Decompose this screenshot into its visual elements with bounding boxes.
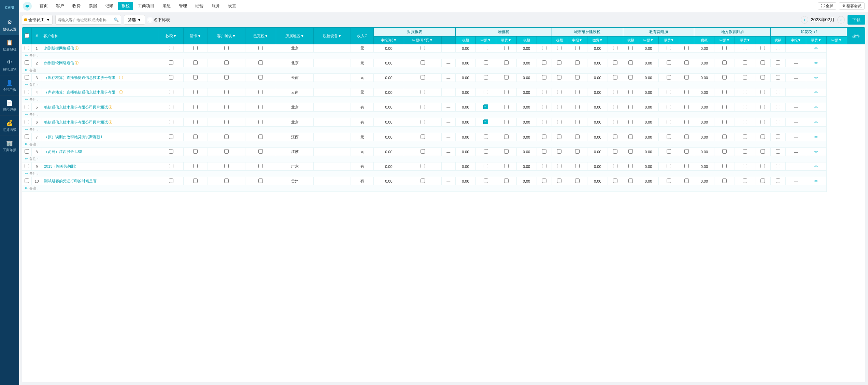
sidebar-item-baoshuishezhi[interactable]: ⚙ 报税设置: [0, 15, 19, 35]
city-extra-checkbox[interactable]: [613, 46, 617, 50]
city-apply-checkbox[interactable]: [575, 90, 580, 94]
vat-pay-checkbox[interactable]: [504, 75, 509, 80]
fin-year-checkbox[interactable]: [421, 149, 425, 154]
stamp-taxamt-checkbox[interactable]: [776, 46, 780, 50]
city-apply-checkbox[interactable]: [575, 134, 580, 139]
edu-extra-checkbox[interactable]: [684, 164, 689, 168]
local-extra-checkbox[interactable]: [760, 149, 765, 154]
chaoshui-checkbox[interactable]: [169, 46, 173, 50]
city-extra-checkbox[interactable]: [613, 105, 617, 109]
vat-extra-checkbox[interactable]: [542, 149, 546, 154]
row-checkbox[interactable]: [25, 60, 29, 65]
stamp-taxamt-checkbox[interactable]: [776, 120, 780, 124]
stamp-taxamt-checkbox[interactable]: [776, 134, 780, 139]
chaoshui-checkbox[interactable]: [169, 105, 173, 109]
stamp-taxamt-checkbox[interactable]: [776, 105, 780, 109]
local-pay-checkbox[interactable]: [743, 179, 747, 183]
membership-button[interactable]: ♛ 稻客会员: [839, 2, 865, 10]
nav-operation[interactable]: 经营: [192, 2, 207, 10]
edit-icon[interactable]: ✏: [814, 75, 818, 80]
employee-filter[interactable]: 全部员工 ▼: [22, 15, 53, 25]
local-extra-checkbox[interactable]: [760, 120, 765, 124]
fin-year-checkbox[interactable]: [421, 134, 425, 139]
local-apply-checkbox[interactable]: [722, 60, 727, 65]
fin-year-checkbox[interactable]: [421, 105, 425, 109]
paid-checkbox[interactable]: [258, 134, 263, 139]
edu-extra-checkbox[interactable]: [684, 149, 689, 154]
vat-extra-checkbox[interactable]: [542, 120, 546, 124]
local-pay-checkbox[interactable]: [743, 164, 747, 168]
local-apply-checkbox[interactable]: [722, 164, 727, 168]
paid-checkbox[interactable]: [258, 90, 263, 94]
chaoshui-checkbox[interactable]: [169, 149, 173, 154]
row-checkbox[interactable]: [25, 105, 29, 109]
row-checkbox[interactable]: [25, 134, 29, 139]
local-apply-checkbox[interactable]: [722, 149, 727, 154]
vat-checkbox[interactable]: [484, 90, 488, 94]
edu-apply-checkbox[interactable]: [628, 149, 633, 154]
checked-checkbox[interactable]: [483, 119, 488, 124]
qingka-checkbox[interactable]: [193, 134, 198, 139]
vat-pay-checkbox[interactable]: [504, 90, 509, 94]
vat-extra-checkbox[interactable]: [542, 90, 546, 94]
confirm-checkbox[interactable]: [224, 46, 229, 50]
customer-name[interactable]: 勿删新锐网络通信ⓘ: [42, 44, 159, 53]
vat-extra-checkbox[interactable]: [542, 60, 546, 65]
edit-icon[interactable]: ✏: [814, 134, 818, 140]
city-extra-checkbox[interactable]: [613, 179, 617, 183]
edu-apply-checkbox[interactable]: [628, 46, 633, 50]
edu-extra-checkbox[interactable]: [684, 179, 689, 183]
edu-taxamt-checkbox[interactable]: [667, 105, 671, 109]
edu-taxamt-checkbox[interactable]: [667, 120, 671, 124]
city-taxamt-checkbox[interactable]: [557, 179, 561, 183]
checked-checkbox[interactable]: [483, 104, 488, 109]
local-extra-checkbox[interactable]: [760, 179, 765, 183]
row-checkbox[interactable]: [25, 149, 29, 154]
city-extra-checkbox[interactable]: [613, 134, 617, 139]
nav-bookkeeping[interactable]: 记账: [102, 2, 117, 10]
edit-icon[interactable]: ✏: [814, 60, 818, 66]
fin-year-checkbox[interactable]: [421, 90, 425, 94]
confirm-checkbox[interactable]: [224, 164, 229, 168]
edu-taxamt-checkbox[interactable]: [667, 179, 671, 183]
city-taxamt-checkbox[interactable]: [557, 75, 561, 80]
confirm-checkbox[interactable]: [224, 179, 229, 183]
row-checkbox[interactable]: [25, 164, 29, 168]
local-apply-checkbox[interactable]: [722, 134, 727, 139]
edu-taxamt-checkbox[interactable]: [667, 90, 671, 94]
edu-apply-checkbox[interactable]: [628, 75, 633, 80]
edu-apply-checkbox[interactable]: [628, 60, 633, 65]
edu-extra-checkbox[interactable]: [684, 120, 689, 124]
vat-extra-checkbox[interactable]: [542, 134, 546, 139]
qingka-checkbox[interactable]: [193, 179, 198, 183]
nav-manage[interactable]: 管理: [175, 2, 190, 10]
nav-message[interactable]: 消息: [159, 2, 174, 10]
city-apply-checkbox[interactable]: [575, 75, 580, 80]
row-checkbox[interactable]: [25, 179, 29, 183]
city-taxamt-checkbox[interactable]: [557, 105, 561, 109]
customer-name[interactable]: 测试斯赛的凭证打印的时候是否: [42, 177, 159, 185]
fin-year-checkbox[interactable]: [421, 60, 425, 65]
confirm-checkbox[interactable]: [224, 105, 229, 109]
chaoshui-checkbox[interactable]: [169, 120, 173, 124]
fin-year-checkbox[interactable]: [421, 179, 425, 183]
qingka-checkbox[interactable]: [193, 164, 198, 168]
edu-taxamt-checkbox[interactable]: [667, 134, 671, 139]
sidebar-item-piliangshuibao[interactable]: 📋 批量报税: [0, 35, 19, 55]
paid-checkbox[interactable]: [258, 75, 263, 80]
paid-checkbox[interactable]: [258, 164, 263, 168]
customer-name[interactable]: 勿删新锐网络通信ⓘ: [42, 59, 159, 67]
customer-name[interactable]: （勿删）江西股金-LSS: [42, 148, 159, 156]
local-pay-checkbox[interactable]: [743, 90, 747, 94]
customer-name[interactable]: 畅捷通信息技术股份有限公司民珠测试ⓘ: [42, 103, 159, 112]
fin-year-checkbox[interactable]: [421, 75, 425, 80]
local-pay-checkbox[interactable]: [743, 75, 747, 80]
edu-extra-checkbox[interactable]: [684, 75, 689, 80]
city-apply-checkbox[interactable]: [575, 164, 580, 168]
local-pay-checkbox[interactable]: [743, 120, 747, 124]
city-extra-checkbox[interactable]: [613, 149, 617, 154]
edit-icon[interactable]: ✏: [814, 179, 818, 184]
row-checkbox[interactable]: [25, 46, 29, 50]
city-extra-checkbox[interactable]: [613, 60, 617, 65]
city-taxamt-checkbox[interactable]: [557, 134, 561, 139]
